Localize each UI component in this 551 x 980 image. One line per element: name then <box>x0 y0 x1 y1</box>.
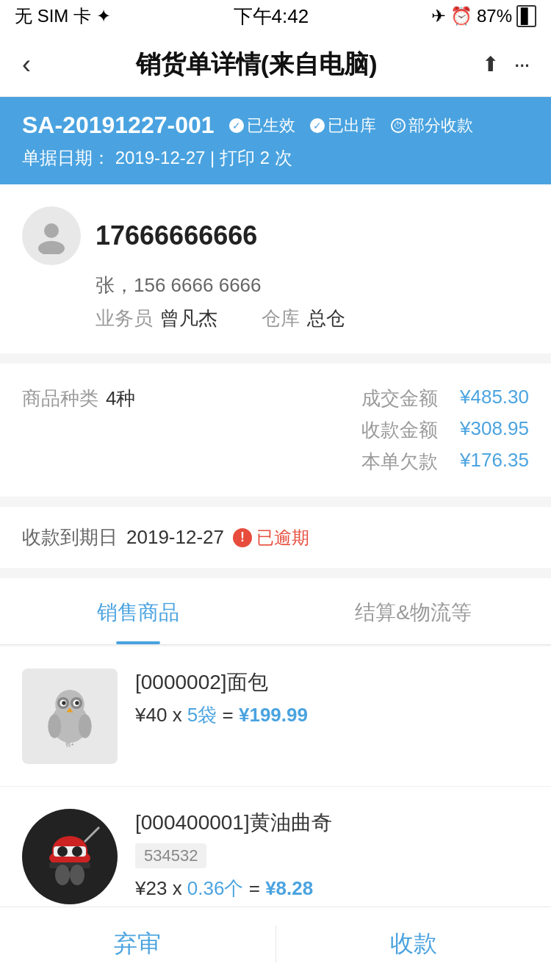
amount-row: 成交金额 ¥485.30 <box>361 386 529 411</box>
stats-row: 商品种类 4种 成交金额 ¥485.30 收款金额 ¥308.95 本单欠款 ¥… <box>22 386 529 475</box>
order-date-row: 单据日期： 2019-12-27 | 打印 2 次 <box>22 146 529 170</box>
staff-warehouse-row: 业务员 曾凡杰 仓库 总仓 <box>96 306 529 331</box>
product-tag-2: 534532 <box>135 843 206 868</box>
debt-label: 本单欠款 <box>361 449 438 475</box>
received-label: 收款金额 <box>361 417 438 443</box>
tabs-section: 销售商品 结算&物流等 <box>0 578 551 645</box>
staff-label: 业务员 <box>96 306 153 331</box>
divider-3 <box>0 569 551 578</box>
product-list: 鸮+ [0000002]面包 ¥40 x 5袋 = ¥199.99 <box>0 646 551 927</box>
stats-section: 商品种类 4种 成交金额 ¥485.30 收款金额 ¥308.95 本单欠款 ¥… <box>0 364 551 497</box>
owl-icon: 鸮+ <box>37 683 103 749</box>
overdue-icon: ! <box>233 528 252 547</box>
product-image-1: 鸮+ <box>22 669 118 764</box>
price-x-2: x <box>173 877 187 899</box>
svg-point-1 <box>38 241 65 254</box>
order-header-band: SA-20191227-001 ✓ 已生效 ✓ 已出库 ⏱ 部分收款 单据日期：… <box>0 97 551 184</box>
warehouse-label: 仓库 <box>262 306 300 331</box>
staff-name: 曾凡杰 <box>160 306 217 331</box>
customer-section: 17666666666 张，156 6666 6666 业务员 曾凡杰 仓库 总… <box>0 184 551 353</box>
stats-right: 成交金额 ¥485.30 收款金额 ¥308.95 本单欠款 ¥176.35 <box>361 386 529 475</box>
amount-value: ¥485.30 <box>460 386 529 411</box>
avatar <box>22 206 81 265</box>
due-section: 收款到期日 2019-12-27 ! 已逾期 <box>0 507 551 568</box>
product-price-1: ¥40 x 5袋 = ¥199.99 <box>135 702 529 728</box>
page-title: 销货单详情(来自电脑) <box>136 48 378 82</box>
svg-point-22 <box>70 865 84 885</box>
svg-point-19 <box>72 846 82 857</box>
product-info-2: [000400001]黄油曲奇 534532 ¥23 x 0.36个 = ¥8.… <box>135 809 529 901</box>
alarm-icon: ⏰ <box>450 6 472 26</box>
battery-level: 87% <box>477 6 512 26</box>
user-icon <box>33 217 70 254</box>
price-total-2: ¥8.28 <box>265 877 313 899</box>
badge-shipped: ✓ 已出库 <box>310 115 376 137</box>
customer-row: 17666666666 <box>22 206 529 265</box>
customer-name: 张，156 6666 6666 <box>96 273 529 298</box>
sim-status: 无 SIM 卡 ✦ <box>15 4 111 28</box>
overdue-badge: ! 已逾期 <box>233 526 309 550</box>
svg-point-8 <box>62 701 65 705</box>
collect-payment-button[interactable]: 收款 <box>276 913 552 975</box>
price-eq-1: = <box>223 704 239 726</box>
status-time: 下午4:42 <box>234 4 309 29</box>
check-icon-2: ✓ <box>310 118 325 133</box>
svg-rect-20 <box>49 862 90 868</box>
status-left: 无 SIM 卡 ✦ <box>15 4 111 28</box>
svg-point-11 <box>48 714 61 738</box>
price-total-1: ¥199.99 <box>239 704 308 726</box>
price-eq-2: = <box>249 877 265 899</box>
order-id-row: SA-20191227-001 ✓ 已生效 ✓ 已出库 ⏱ 部分收款 <box>22 112 529 139</box>
amount-label: 成交金额 <box>361 386 438 411</box>
divider-1 <box>0 355 551 364</box>
clock-icon: ⏱ <box>391 118 406 133</box>
debt-value: ¥176.35 <box>460 449 529 475</box>
tab-sales-products[interactable]: 销售商品 <box>0 578 276 644</box>
back-button[interactable]: ‹ <box>22 49 31 80</box>
badge-effective: ✓ 已生效 <box>229 115 295 137</box>
category-value: 4种 <box>106 386 135 411</box>
divider-2 <box>0 498 551 507</box>
cancel-audit-button[interactable]: 弃审 <box>0 913 276 975</box>
nav-actions: ⬆ ··· <box>482 51 529 78</box>
price-qty-2: 0.36个 <box>187 877 244 899</box>
tab-settlement-logistics[interactable]: 结算&物流等 <box>276 578 551 644</box>
svg-text:鸮+: 鸮+ <box>65 741 73 748</box>
product-item-1: 鸮+ [0000002]面包 ¥40 x 5袋 = ¥199.99 <box>0 646 551 787</box>
tabs-row: 销售商品 结算&物流等 <box>0 578 551 645</box>
due-label: 收款到期日 <box>22 525 118 550</box>
warehouse-name: 总仓 <box>307 306 345 331</box>
due-date: 2019-12-27 <box>126 526 224 549</box>
product-logo-icon <box>33 820 107 893</box>
product-price-2: ¥23 x 0.36个 = ¥8.28 <box>135 876 529 901</box>
svg-point-0 <box>44 223 59 238</box>
overdue-text: 已逾期 <box>256 526 309 550</box>
check-icon-1: ✓ <box>229 118 244 133</box>
svg-point-21 <box>55 865 70 885</box>
price-base-2: ¥23 <box>135 877 167 899</box>
debt-row: 本单欠款 ¥176.35 <box>361 449 529 475</box>
battery-icon: ▋ <box>516 5 536 27</box>
svg-point-9 <box>75 701 79 705</box>
received-value: ¥308.95 <box>460 417 529 443</box>
more-button[interactable]: ··· <box>514 51 529 78</box>
product-name-2: [000400001]黄油曲奇 <box>135 809 529 837</box>
status-bar: 无 SIM 卡 ✦ 下午4:42 ✈ ⏰ 87% ▋ <box>0 0 551 32</box>
nav-bar: ‹ 销货单详情(来自电脑) ⬆ ··· <box>0 32 551 97</box>
order-id: SA-20191227-001 <box>22 112 215 139</box>
bottom-bar: 弃审 收款 <box>0 907 551 980</box>
badge-partial-payment: ⏱ 部分收款 <box>391 115 473 137</box>
product-info-1: [0000002]面包 ¥40 x 5袋 = ¥199.99 <box>135 669 529 728</box>
stats-left: 商品种类 4种 <box>22 386 135 411</box>
product-name-1: [0000002]面包 <box>135 669 529 696</box>
location-icon: ✈ <box>431 6 446 26</box>
price-qty-1: 5袋 <box>187 704 217 726</box>
price-base-1: ¥40 <box>135 704 167 726</box>
customer-phone: 17666666666 <box>96 220 257 251</box>
price-x-1: x <box>173 704 187 726</box>
product-image-2 <box>22 809 118 904</box>
status-right: ✈ ⏰ 87% ▋ <box>431 5 536 27</box>
received-row: 收款金额 ¥308.95 <box>361 417 529 443</box>
share-button[interactable]: ⬆ <box>482 52 499 76</box>
svg-point-12 <box>79 714 92 738</box>
